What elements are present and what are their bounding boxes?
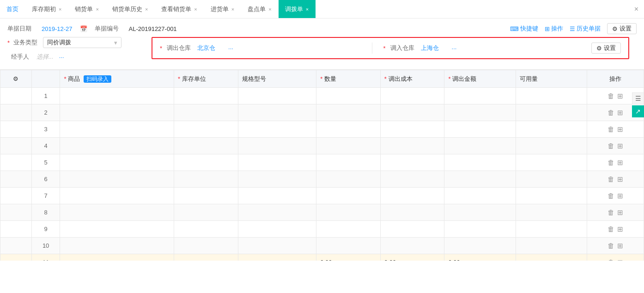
float-expand-icon[interactable]: ↗ <box>632 105 644 117</box>
tab-sales-order[interactable]: 销货单 × <box>68 0 105 18</box>
settings-button[interactable]: ⚙ 设置 <box>607 23 637 34</box>
row-product[interactable] <box>60 204 174 221</box>
row-amount <box>444 204 516 221</box>
row-num: 8 <box>31 204 60 221</box>
delete-icon[interactable]: 🗑 <box>608 159 614 166</box>
tab-stocktake-label: 盘点单 <box>248 5 266 13</box>
unit-required: * <box>178 75 180 82</box>
shortcuts-button[interactable]: ⌨ 快捷键 <box>510 24 538 33</box>
copy-icon[interactable]: ⊞ <box>617 92 623 100</box>
history-button[interactable]: ☰ 历史单据 <box>570 24 601 33</box>
tab-transfer[interactable]: 调拨单 × <box>279 0 316 18</box>
copy-icon[interactable]: ⊞ <box>617 258 623 261</box>
copy-icon[interactable]: ⊞ <box>617 192 623 200</box>
tab-home[interactable]: 首页 <box>0 0 25 18</box>
table-header-row: ⚙ * 商品 扫码录入 * 库存单位 规格型号 * 数量 <box>0 70 644 88</box>
row-settings <box>0 138 32 154</box>
warehouse-section: * 调出仓库 北京仓 ··· * 调入仓库 上海仓 ··· ⚙ 设置 <box>152 37 629 59</box>
copy-icon[interactable]: ⊞ <box>617 208 623 216</box>
copy-icon[interactable]: ⊞ <box>617 159 623 166</box>
business-type-select[interactable]: 同价调拨 ▾ <box>43 37 122 48</box>
toolbar-right: ⌨ 快捷键 ⊞ 操作 ☰ 历史单据 ⚙ 设置 <box>510 23 637 34</box>
float-list-icon[interactable]: ☰ <box>632 92 644 104</box>
tab-stocktake-close[interactable]: × <box>268 6 271 12</box>
history-label: 历史单据 <box>577 24 601 33</box>
table-row: 3🗑⊞ <box>0 121 644 138</box>
tab-bar: 首页 库存期初 × 销货单 × 销货单历史 × 查看销货单 × 进货单 × 盘点… <box>0 0 644 18</box>
row-unit <box>174 88 238 104</box>
warehouse-settings-button[interactable]: ⚙ 设置 <box>591 43 621 54</box>
copy-icon[interactable]: ⊞ <box>617 109 623 116</box>
row-settings <box>0 121 32 138</box>
copy-icon[interactable]: ⊞ <box>617 225 623 233</box>
row-product[interactable] <box>60 138 174 154</box>
handler-more-icon[interactable]: ··· <box>59 54 64 61</box>
in-warehouse-more-icon[interactable]: ··· <box>452 45 457 52</box>
table-row: 6🗑⊞ <box>0 171 644 188</box>
subtotal-ops: 🗑⊞ <box>587 254 644 261</box>
tab-sales-history-close[interactable]: × <box>145 6 148 12</box>
tab-purchase[interactable]: 进货单 × <box>204 0 241 18</box>
out-warehouse-value[interactable]: 北京仓 <box>197 44 215 52</box>
delete-icon[interactable]: 🗑 <box>608 109 614 116</box>
tab-purchase-close[interactable]: × <box>231 6 234 12</box>
copy-icon[interactable]: ⊞ <box>617 242 623 250</box>
row-product[interactable] <box>60 171 174 188</box>
delete-icon[interactable]: 🗑 <box>608 242 614 250</box>
row-amount <box>444 188 516 204</box>
delete-icon[interactable]: 🗑 <box>608 225 614 233</box>
in-warehouse-value[interactable]: 上海仓 <box>421 44 439 52</box>
th-qty-label: 数量 <box>324 75 336 82</box>
row-product[interactable] <box>60 104 174 121</box>
tab-inventory-init[interactable]: 库存期初 × <box>25 0 68 18</box>
th-product: * 商品 扫码录入 <box>60 70 174 88</box>
copy-icon[interactable]: ⊞ <box>617 142 623 150</box>
row-product[interactable] <box>60 154 174 171</box>
row-product[interactable] <box>60 238 174 254</box>
copy-icon[interactable]: ⊞ <box>617 175 623 183</box>
tab-sales-order-close[interactable]: × <box>96 6 98 12</box>
tab-sales-history[interactable]: 销货单历史 × <box>106 0 155 18</box>
row-unit <box>174 104 238 121</box>
business-type-required: * <box>7 39 10 46</box>
delete-icon[interactable]: 🗑 <box>608 175 614 183</box>
row-product[interactable] <box>60 121 174 138</box>
calendar-icon[interactable]: 📅 <box>80 25 87 32</box>
row-unit <box>174 204 238 221</box>
warehouse-settings-icon: ⚙ <box>596 45 602 52</box>
handler-placeholder[interactable]: 选择... <box>36 53 54 61</box>
tab-transfer-close[interactable]: × <box>306 6 309 12</box>
row-product[interactable] <box>60 221 174 238</box>
th-spec: 规格型号 <box>238 70 316 88</box>
table-row: 7🗑⊞ <box>0 188 644 204</box>
cost-required: * <box>384 75 387 82</box>
subtotal-cost: 0.00 <box>380 254 444 261</box>
tab-stocktake[interactable]: 盘点单 × <box>241 0 278 18</box>
row-available <box>516 221 587 238</box>
row-settings <box>0 221 32 238</box>
delete-icon[interactable]: 🗑 <box>608 142 614 150</box>
date-value[interactable]: 2019-12-27 <box>42 25 73 32</box>
row-product[interactable] <box>60 188 174 204</box>
scan-button[interactable]: 扫码录入 <box>84 75 111 83</box>
delete-icon[interactable]: 🗑 <box>608 125 614 133</box>
row-product[interactable] <box>60 88 174 104</box>
delete-icon[interactable]: 🗑 <box>608 92 614 100</box>
tab-view-sales[interactable]: 查看销货单 × <box>155 0 204 18</box>
row-qty <box>316 204 381 221</box>
operations-button[interactable]: ⊞ 操作 <box>545 24 563 33</box>
table-row: 2🗑⊞ <box>0 104 644 121</box>
th-settings[interactable]: ⚙ <box>0 70 32 88</box>
table-container: ⚙ * 商品 扫码录入 * 库存单位 规格型号 * 数量 <box>0 69 644 261</box>
close-all-button[interactable]: × <box>629 5 644 13</box>
row-cost <box>380 221 444 238</box>
out-warehouse-more-icon[interactable]: ··· <box>228 45 233 52</box>
delete-icon[interactable]: 🗑 <box>608 208 614 216</box>
delete-icon[interactable]: 🗑 <box>608 192 614 200</box>
subtotal-settings <box>0 254 32 261</box>
tab-inventory-init-close[interactable]: × <box>59 6 61 12</box>
delete-icon[interactable]: 🗑 <box>608 258 614 261</box>
tab-view-sales-close[interactable]: × <box>194 6 197 12</box>
copy-icon[interactable]: ⊞ <box>617 125 623 133</box>
subtotal-label-cell <box>60 254 174 261</box>
